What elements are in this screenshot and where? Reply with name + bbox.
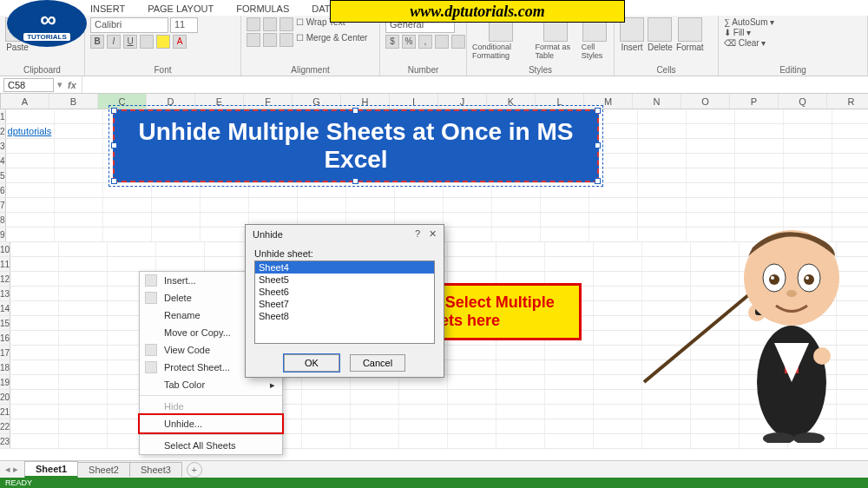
dec-dec-icon[interactable] bbox=[451, 35, 465, 49]
cell[interactable] bbox=[541, 198, 589, 212]
cell[interactable] bbox=[399, 434, 448, 448]
col-header[interactable]: N bbox=[633, 94, 681, 109]
formula-input[interactable] bbox=[82, 76, 868, 93]
list-item[interactable]: Sheet5 bbox=[255, 274, 434, 286]
cell[interactable] bbox=[545, 405, 594, 419]
cell[interactable] bbox=[298, 183, 346, 197]
row-header[interactable]: 16 bbox=[0, 331, 10, 345]
cell[interactable] bbox=[103, 213, 152, 227]
cell[interactable] bbox=[492, 183, 541, 197]
cell-styles-button[interactable]: Cell Styles bbox=[582, 17, 608, 60]
cell[interactable] bbox=[10, 272, 59, 286]
cell[interactable] bbox=[832, 154, 868, 168]
align-top-icon[interactable] bbox=[247, 17, 260, 31]
cell[interactable] bbox=[496, 242, 545, 256]
align-left-icon[interactable] bbox=[247, 33, 260, 47]
col-header[interactable]: F bbox=[244, 94, 293, 109]
cell[interactable] bbox=[541, 228, 589, 241]
cell[interactable] bbox=[444, 183, 492, 197]
row-header[interactable]: 22 bbox=[0, 419, 10, 433]
list-item[interactable]: Sheet8 bbox=[255, 310, 434, 322]
cell[interactable] bbox=[448, 434, 496, 448]
align-right-icon[interactable] bbox=[279, 33, 293, 47]
cell[interactable] bbox=[687, 154, 735, 168]
dialog-ok-button[interactable]: OK bbox=[284, 354, 339, 372]
cell[interactable] bbox=[298, 198, 346, 212]
currency-icon[interactable]: $ bbox=[385, 35, 399, 49]
cell[interactable] bbox=[10, 257, 59, 271]
cell[interactable] bbox=[545, 360, 594, 374]
row-header[interactable]: 20 bbox=[0, 390, 10, 404]
cell[interactable] bbox=[545, 390, 594, 404]
cell[interactable] bbox=[59, 346, 108, 359]
cell[interactable] bbox=[448, 405, 496, 419]
cell[interactable] bbox=[735, 124, 784, 138]
row-header[interactable]: 14 bbox=[0, 301, 10, 315]
cell[interactable] bbox=[55, 213, 103, 227]
font-color-icon[interactable]: A bbox=[173, 35, 187, 49]
cell[interactable] bbox=[735, 154, 784, 168]
name-box[interactable]: C58 bbox=[3, 78, 54, 92]
cell[interactable] bbox=[496, 257, 545, 271]
row-header[interactable]: 18 bbox=[0, 360, 10, 374]
cell[interactable] bbox=[10, 331, 59, 345]
dec-inc-icon[interactable] bbox=[435, 35, 449, 49]
ctx-tab-color[interactable]: Tab Color ▸ bbox=[140, 376, 282, 393]
cell[interactable] bbox=[444, 198, 492, 212]
cell[interactable] bbox=[6, 213, 55, 227]
cell[interactable] bbox=[832, 109, 868, 123]
cell[interactable] bbox=[687, 109, 735, 123]
cell[interactable] bbox=[59, 272, 108, 286]
cell[interactable] bbox=[496, 405, 545, 419]
cell[interactable] bbox=[59, 242, 108, 256]
sheet-tab[interactable]: Sheet3 bbox=[129, 462, 182, 477]
cell[interactable] bbox=[6, 198, 55, 212]
cell[interactable] bbox=[399, 390, 448, 404]
cell[interactable] bbox=[351, 390, 399, 404]
cell[interactable] bbox=[448, 375, 496, 389]
fx-icon[interactable]: fx bbox=[68, 80, 76, 90]
cell[interactable] bbox=[59, 419, 108, 433]
cell[interactable] bbox=[152, 183, 201, 197]
cell[interactable] bbox=[496, 390, 545, 404]
col-header[interactable]: M bbox=[584, 94, 633, 109]
cell[interactable] bbox=[351, 419, 399, 433]
cell[interactable] bbox=[784, 154, 832, 168]
cell[interactable] bbox=[545, 242, 594, 256]
fill-color-icon[interactable] bbox=[156, 35, 170, 49]
cell[interactable] bbox=[108, 242, 156, 256]
col-header[interactable]: Q bbox=[779, 94, 827, 109]
col-header[interactable]: C bbox=[98, 94, 147, 109]
bold-icon[interactable]: B bbox=[90, 35, 104, 49]
cell[interactable] bbox=[346, 183, 395, 197]
cell[interactable] bbox=[201, 183, 249, 197]
cell[interactable] bbox=[448, 242, 496, 256]
cell[interactable] bbox=[10, 287, 59, 300]
cell[interactable] bbox=[638, 139, 687, 153]
cell[interactable] bbox=[496, 375, 545, 389]
dialog-help-icon[interactable]: ? bbox=[415, 228, 420, 240]
cell[interactable] bbox=[784, 109, 832, 123]
cell[interactable] bbox=[201, 213, 249, 227]
ctx-select-all[interactable]: Select All Sheets bbox=[140, 437, 282, 454]
cell[interactable] bbox=[448, 360, 496, 374]
cell[interactable] bbox=[108, 257, 156, 271]
cell[interactable] bbox=[687, 139, 735, 153]
cell[interactable] bbox=[10, 360, 59, 374]
cells-format-button[interactable]: Format bbox=[676, 17, 704, 52]
cell[interactable] bbox=[59, 434, 108, 448]
cell[interactable] bbox=[545, 257, 594, 271]
namebox-dropdown-icon[interactable]: ▾ bbox=[57, 79, 62, 90]
row-header[interactable]: 15 bbox=[0, 316, 10, 330]
title-overlay[interactable]: Unhide Multiple Sheets at Once in MS Exc… bbox=[113, 109, 599, 182]
cell[interactable] bbox=[589, 183, 638, 197]
cells-insert-button[interactable]: Insert bbox=[620, 17, 644, 52]
cell[interactable] bbox=[589, 228, 638, 241]
cell[interactable] bbox=[55, 109, 103, 123]
cell[interactable] bbox=[492, 198, 541, 212]
cell[interactable] bbox=[784, 168, 832, 182]
list-item[interactable]: Sheet7 bbox=[255, 298, 434, 310]
cell[interactable] bbox=[55, 124, 103, 138]
cell[interactable] bbox=[784, 124, 832, 138]
cell[interactable] bbox=[6, 228, 55, 241]
